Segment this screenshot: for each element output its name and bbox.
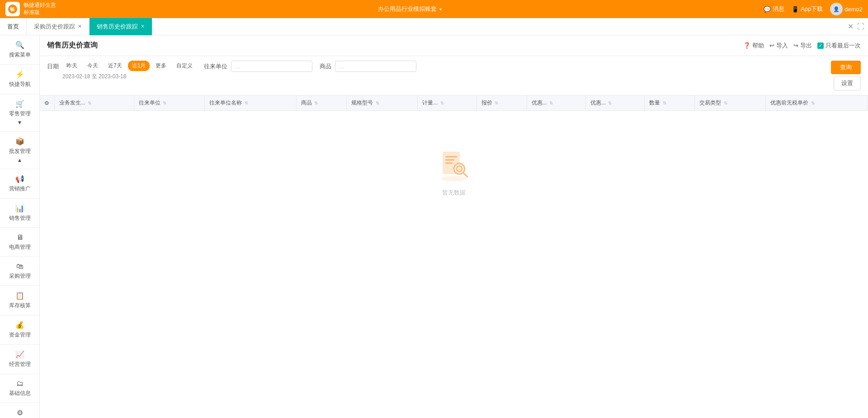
retail-caret-icon: ▼ [17, 119, 23, 126]
sidebar-item-sales-mgmt[interactable]: 📊 销售管理 [0, 199, 39, 228]
filter-bar: 日期 昨天 今天 近7天 近1月 更多 自定义 2023-02-18 至 202… [40, 56, 868, 95]
ecommerce-icon: 🖥 [16, 233, 24, 242]
import-icon: ↩ [769, 42, 774, 49]
topbar: 畅 畅捷通好生意 标准版 办公用品行业模拟账套 ▾ 💬 消息 📱 App下载 👤… [0, 0, 868, 18]
avatar: 👤 [830, 3, 843, 15]
sidebar-item-system[interactable]: ⚙ 系统管理 [0, 403, 39, 418]
finance-icon: 💰 [15, 321, 24, 329]
help-action[interactable]: ❓ 帮助 [743, 42, 764, 50]
tab-home[interactable]: 首页 [0, 18, 27, 35]
user-avatar-btn[interactable]: 👤 demo2 [830, 3, 863, 15]
page-actions: ❓ 帮助 ↩ 导入 ↪ 导出 ✓ 只看最后一次 [743, 42, 861, 50]
tab-purchase-history[interactable]: 采购历史价跟踪 ✕ [27, 18, 90, 35]
close-sales-tab-icon[interactable]: ✕ [141, 24, 145, 29]
maximize-icon[interactable]: ⛶ [857, 23, 864, 31]
product-input[interactable]: ... [335, 61, 416, 72]
topbar-left: 畅 畅捷通好生意 标准版 [5, 2, 56, 16]
results-table: ⚙ 业务发生... ⇅ 往来单位 ⇅ 往来单位名称 ⇅ [40, 95, 868, 111]
sidebar-item-finance[interactable]: 💰 资金管理 [0, 315, 39, 345]
col-spec[interactable]: 规格型号 ⇅ [347, 95, 418, 111]
svg-text:畅: 畅 [10, 7, 14, 12]
svg-point-2 [441, 176, 467, 181]
col-settings[interactable]: ⚙ [40, 95, 54, 111]
retail-icon: 🛒 [15, 100, 24, 108]
partner-filter-label: 往来单位 [204, 61, 227, 71]
partner-placeholder: ... [235, 63, 240, 70]
operations-icon: 📈 [15, 350, 24, 359]
sidebar-item-basic-info[interactable]: 🗂 基础信息 [0, 374, 39, 403]
search-icon: 🔍 [15, 41, 24, 49]
only-last-checkbox[interactable]: ✓ [817, 43, 824, 49]
sidebar-item-search[interactable]: 🔍 搜索菜单 [0, 35, 39, 65]
col-product[interactable]: 商品 ⇅ [297, 95, 347, 111]
date-btn-custom[interactable]: 自定义 [172, 61, 197, 71]
col-quantity[interactable]: 数量 ⇅ [645, 95, 695, 111]
sidebar-label-quicknav: 快捷导航 [9, 81, 31, 88]
col-discount1[interactable]: 优惠... ⇅ [527, 95, 585, 111]
app-selector[interactable]: 办公用品行业模拟账套 ▾ [378, 5, 442, 13]
import-action[interactable]: ↩ 导入 [769, 42, 788, 50]
sidebar-item-inventory[interactable]: 📋 库存核算 [0, 286, 39, 315]
filter-right-actions: 查询 设置 [831, 61, 861, 90]
table-header-row: ⚙ 业务发生... ⇅ 往来单位 ⇅ 往来单位名称 ⇅ [40, 95, 868, 111]
date-btn-more[interactable]: 更多 [151, 61, 170, 71]
date-filter-options: 昨天 今天 近7天 近1月 更多 自定义 2023-02-18 至 2023-0… [62, 61, 197, 81]
only-last-checkbox-label[interactable]: ✓ 只看最后一次 [817, 42, 861, 50]
svg-rect-6 [445, 162, 453, 164]
col-partner-code[interactable]: 往来单位 ⇅ [134, 95, 205, 111]
product-filter-label: 商品 [320, 61, 331, 71]
sidebar-label-finance: 资金管理 [9, 331, 31, 339]
sidebar-item-wholesale[interactable]: 📦 批发管理 ▲ [0, 132, 39, 169]
sort-biz-date-icon: ⇅ [88, 100, 91, 105]
svg-rect-4 [445, 156, 457, 157]
basic-info-icon: 🗂 [16, 380, 24, 388]
sidebar-label-wholesale: 批发管理 [9, 147, 31, 155]
table-container: ⚙ 业务发生... ⇅ 往来单位 ⇅ 往来单位名称 ⇅ [40, 95, 868, 418]
sort-product-icon: ⇅ [314, 100, 318, 105]
home-tab-label: 首页 [7, 23, 19, 31]
marketing-icon: 📢 [15, 175, 24, 183]
help-icon: ❓ [743, 42, 750, 49]
sidebar-label-basic-info: 基础信息 [9, 390, 31, 397]
date-btn-yesterday[interactable]: 昨天 [62, 61, 81, 71]
message-icon: 💬 [764, 6, 771, 13]
col-pretax-price[interactable]: 优惠前无税单价 ⇅ [766, 95, 868, 111]
sidebar-label-sales-mgmt: 销售管理 [9, 214, 31, 222]
col-discount2[interactable]: 优惠... ⇅ [585, 95, 644, 111]
col-partner-name[interactable]: 往来单位名称 ⇅ [205, 95, 297, 111]
sidebar-item-ecommerce[interactable]: 🖥 电商管理 [0, 228, 39, 257]
topbar-right: 💬 消息 📱 App下载 👤 demo2 [764, 3, 863, 15]
date-btn-today[interactable]: 今天 [83, 61, 102, 71]
sort-discount2-icon: ⇅ [608, 100, 612, 105]
sidebar-label-inventory: 库存核算 [9, 302, 31, 309]
col-biz-date[interactable]: 业务发生... ⇅ [54, 95, 134, 111]
sidebar-item-marketing[interactable]: 📢 营销推广 [0, 169, 39, 199]
sidebar-item-purchase[interactable]: 🛍 采购管理 [0, 257, 39, 286]
date-btn-1month[interactable]: 近1月 [128, 61, 150, 71]
page-title: 销售历史价查询 [47, 41, 98, 50]
export-action[interactable]: ↪ 导出 [793, 42, 812, 50]
inventory-icon: 📋 [15, 291, 24, 300]
col-unit[interactable]: 计量... ⇅ [418, 95, 476, 111]
partner-input[interactable]: ... [231, 61, 312, 72]
dropdown-icon: ▾ [439, 7, 442, 12]
date-btn-7days[interactable]: 近7天 [104, 61, 126, 71]
close-purchase-tab-icon[interactable]: ✕ [78, 24, 82, 29]
purchase-history-label: 采购历史价跟踪 [34, 23, 75, 31]
query-button[interactable]: 查询 [831, 61, 861, 74]
sidebar-item-quick-nav[interactable]: ⚡ 快捷导航 [0, 65, 39, 94]
col-trade-type[interactable]: 交易类型 ⇅ [695, 95, 766, 111]
sidebar-item-operations[interactable]: 📈 经营管理 [0, 345, 39, 374]
app-download-btn[interactable]: 📱 App下载 [792, 5, 823, 13]
col-quote[interactable]: 报价 ⇅ [476, 95, 527, 111]
content-area: 销售历史价查询 ❓ 帮助 ↩ 导入 ↪ 导出 ✓ 只看最后一次 [40, 35, 868, 418]
date-buttons: 昨天 今天 近7天 近1月 更多 自定义 [62, 61, 197, 71]
message-btn[interactable]: 💬 消息 [764, 5, 784, 13]
svg-line-8 [463, 173, 467, 177]
sort-quantity-icon: ⇅ [663, 100, 666, 105]
date-filter-group: 日期 昨天 今天 近7天 近1月 更多 自定义 2023-02-18 至 202… [47, 61, 197, 81]
sidebar-item-retail[interactable]: 🛒 零售管理 ▼ [0, 94, 39, 132]
settings-button[interactable]: 设置 [834, 76, 861, 90]
close-all-tabs-icon[interactable]: ✕ [848, 22, 854, 31]
tab-sales-history[interactable]: 销售历史价跟踪 ✕ [90, 18, 152, 35]
